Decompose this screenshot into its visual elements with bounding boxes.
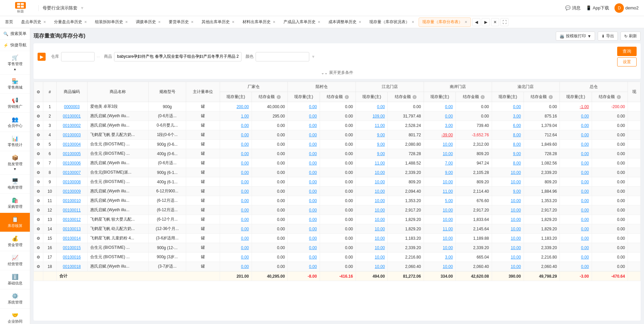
- settings-cell[interactable]: ⚙: [34, 215, 43, 224]
- tot-qty-cell[interactable]: 0.00: [560, 168, 592, 177]
- c4-qty-cell[interactable]: -39.00: [424, 130, 455, 140]
- code-cell[interactable]: 00100002: [56, 121, 87, 130]
- c5-qty-cell[interactable]: 10.00: [492, 177, 524, 187]
- close-icon[interactable]: ✕: [43, 20, 46, 24]
- c5-qty-cell[interactable]: 10.00: [492, 205, 524, 215]
- factory-amt-info-icon[interactable]: i: [277, 95, 281, 99]
- tab-product-in[interactable]: 产成品入库单历史 ✕: [280, 17, 324, 27]
- c5-qty-cell[interactable]: 0.00: [492, 102, 524, 111]
- tab-prev-btn[interactable]: ◀: [472, 18, 480, 26]
- c1-qty-cell[interactable]: 0.00: [220, 130, 252, 140]
- settings-cell[interactable]: ⚙: [34, 224, 43, 234]
- c2-qty-cell[interactable]: 0.00: [288, 102, 320, 111]
- c5-qty-cell[interactable]: 10.00: [492, 224, 524, 234]
- jiangbei-amt-info-icon[interactable]: i: [413, 95, 417, 99]
- c4-qty-cell[interactable]: 0.00: [424, 111, 455, 121]
- c1-qty-cell[interactable]: 0.00: [220, 252, 252, 262]
- c2-qty-cell[interactable]: 0.00: [288, 262, 320, 272]
- code-cell[interactable]: 00100008: [56, 177, 87, 187]
- sidebar-quicknav[interactable]: ⚡ 快捷导航: [0, 40, 30, 51]
- c2-qty-cell[interactable]: 0.00: [288, 158, 320, 168]
- c3-qty-cell[interactable]: 9.00: [356, 149, 388, 158]
- c5-qty-cell[interactable]: 10.00: [492, 168, 524, 177]
- c3-qty-cell[interactable]: 10.00: [356, 234, 388, 243]
- sidebar-item-collab[interactable]: 🤝 企业协同: [0, 309, 30, 324]
- nanan-amt-info-icon[interactable]: i: [481, 95, 485, 99]
- code-cell[interactable]: 00100010: [56, 196, 87, 205]
- settings-cell[interactable]: ⚙: [34, 149, 43, 158]
- yubei-amt-info-icon[interactable]: i: [549, 95, 553, 99]
- tot-qty-cell[interactable]: 0.00: [560, 158, 592, 168]
- c2-qty-cell[interactable]: 0.00: [288, 177, 320, 187]
- c3-qty-cell[interactable]: 10.00: [356, 177, 388, 187]
- close-icon[interactable]: ✕: [412, 20, 414, 24]
- print-btn[interactable]: 🖨️ 按模板打印 ▼: [556, 32, 595, 41]
- tot-qty-cell[interactable]: 0.00: [560, 111, 592, 121]
- sidebar-item-ecommerce[interactable]: 🖥️ 电商管理: [0, 175, 30, 194]
- c3-qty-cell[interactable]: 10.00: [356, 215, 388, 224]
- c2-qty-cell[interactable]: 0.00: [288, 252, 320, 262]
- c5-qty-cell[interactable]: 8.00: [492, 158, 524, 168]
- code-cell[interactable]: 00100003: [56, 130, 87, 140]
- export-btn[interactable]: ⬇ 导出: [598, 32, 618, 41]
- settings-cell[interactable]: ⚙: [34, 102, 43, 111]
- settings-cell[interactable]: ⚙: [34, 243, 43, 252]
- code-cell[interactable]: 0000003: [56, 102, 87, 111]
- c2-qty-cell[interactable]: 0.00: [288, 149, 320, 158]
- sidebar-item-member[interactable]: 👥 会员中心: [0, 113, 30, 132]
- sidebar-item-retail-stats[interactable]: 📊 零售统计: [0, 132, 30, 151]
- tab-sub-inventory[interactable]: 分量盘点单历史 ✕: [50, 17, 91, 27]
- c3-qty-cell[interactable]: 10.00: [356, 262, 388, 272]
- tab-other-out[interactable]: 其他出库单历史 ✕: [198, 17, 238, 27]
- tot-qty-cell[interactable]: 0.00: [560, 121, 592, 130]
- settings-cell[interactable]: ⚙: [34, 130, 43, 140]
- c4-qty-cell[interactable]: 10.00: [424, 215, 455, 224]
- c4-qty-cell[interactable]: 7.00: [424, 158, 455, 168]
- c3-qty-cell[interactable]: 109.00: [356, 111, 388, 121]
- tot-qty-cell[interactable]: 0.00: [560, 149, 592, 158]
- c4-qty-cell[interactable]: 10.00: [424, 205, 455, 215]
- tab-cost-adjust[interactable]: 成本调整单历史 ✕: [325, 17, 365, 27]
- c1-qty-cell[interactable]: 0.00: [220, 243, 252, 252]
- tab-inventory-check[interactable]: 盘点单历史 ✕: [17, 17, 50, 27]
- c5-qty-cell[interactable]: 8.00: [492, 130, 524, 140]
- c1-qty-cell[interactable]: 0.00: [220, 149, 252, 158]
- code-cell[interactable]: 00100006: [56, 158, 87, 168]
- sidebar-item-purchase[interactable]: 🛍️ 采购管理: [0, 194, 30, 213]
- user-menu[interactable]: D demo2: [614, 3, 639, 13]
- c4-qty-cell[interactable]: 10.00: [424, 177, 455, 187]
- product-input[interactable]: [114, 52, 241, 61]
- code-cell[interactable]: 00100011: [56, 205, 87, 215]
- sidebar-item-operations[interactable]: 📈 经营管理: [0, 251, 30, 270]
- sidebar-item-inventory[interactable]: 📋 库存核算: [0, 213, 30, 232]
- settings-cell[interactable]: ⚙: [34, 252, 43, 262]
- c4-qty-cell[interactable]: 11.00: [424, 224, 455, 234]
- c2-qty-cell[interactable]: 0.00: [288, 121, 320, 130]
- total-amt-info-icon[interactable]: i: [617, 95, 621, 99]
- settings-cell[interactable]: ⚙: [34, 234, 43, 243]
- c4-qty-cell[interactable]: 3.00: [424, 121, 455, 130]
- code-cell[interactable]: 00100005: [56, 149, 87, 158]
- sidebar-item-system[interactable]: ⚙️ 系统管理: [0, 289, 30, 309]
- code-cell[interactable]: 00100014: [56, 234, 87, 243]
- close-icon[interactable]: ✕: [125, 20, 128, 24]
- c4-qty-cell[interactable]: 10.00: [424, 234, 455, 243]
- c1-qty-cell[interactable]: 0.00: [220, 121, 252, 130]
- c1-qty-cell[interactable]: 0.00: [220, 158, 252, 168]
- c1-qty-cell[interactable]: 0.00: [220, 262, 252, 272]
- industry-selector[interactable]: 母婴行业演示陈套: [43, 5, 77, 11]
- code-cell[interactable]: 00100001: [56, 111, 87, 121]
- c3-qty-cell[interactable]: 11.00: [356, 121, 388, 130]
- tot-qty-cell[interactable]: 0.00: [560, 140, 592, 149]
- c1-qty-cell[interactable]: 0.00: [220, 177, 252, 187]
- close-icon[interactable]: ✕: [465, 20, 467, 24]
- settings-cell[interactable]: ⚙: [34, 205, 43, 215]
- c4-qty-cell[interactable]: 11.00: [424, 187, 455, 196]
- c3-qty-cell[interactable]: 11.00: [356, 158, 388, 168]
- code-cell[interactable]: 00100007: [56, 168, 87, 177]
- c3-qty-cell[interactable]: 10.00: [356, 243, 388, 252]
- tot-qty-cell[interactable]: 0.00: [560, 224, 592, 234]
- c5-qty-cell[interactable]: 9.00: [492, 187, 524, 196]
- c4-qty-cell[interactable]: 9.00: [424, 168, 455, 177]
- c1-qty-cell[interactable]: 0.00: [220, 215, 252, 224]
